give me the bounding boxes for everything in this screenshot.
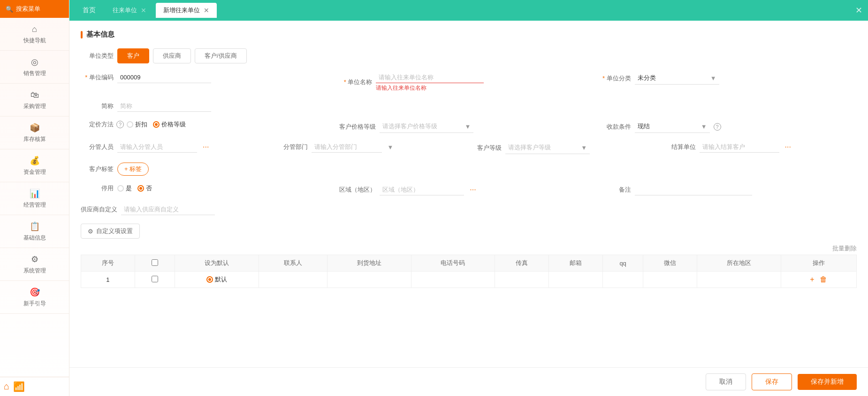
custom-settings-label: 自定义项设置 xyxy=(96,227,133,235)
department-input[interactable] xyxy=(312,141,382,153)
department-arrow: ▼ xyxy=(388,144,394,151)
customer-price-level-placeholder: 请选择客户价格等级 xyxy=(382,122,437,131)
pricing-help-icon[interactable]: ? xyxy=(116,121,124,128)
manager-field: 分管人员 ··· xyxy=(81,141,275,153)
pricing-field: 定价方法 ? 折扣价格等级 xyxy=(81,120,339,129)
unit-type-customer-button[interactable]: 客户 xyxy=(117,48,149,63)
row-default-label: 默认 xyxy=(215,275,227,284)
alias-input[interactable] xyxy=(117,101,211,112)
row-add-button[interactable]: + xyxy=(810,275,814,283)
unit-category-select[interactable]: 未分类 ▼ xyxy=(635,72,719,85)
manager-more-button[interactable]: ··· xyxy=(201,143,211,151)
table-column-header: 邮箱 xyxy=(548,255,602,272)
sidebar-item-basic[interactable]: 📋基础信息 xyxy=(0,215,69,248)
disable-radio-yes[interactable]: 是 xyxy=(117,184,132,193)
add-tag-button[interactable]: + 标签 xyxy=(117,163,149,176)
save-and-new-button[interactable]: 保存并新增 xyxy=(798,374,857,390)
sidebar-item-finance[interactable]: 💰资金管理 xyxy=(0,149,69,182)
sidebar-item-system[interactable]: ⚙系统管理 xyxy=(0,248,69,281)
sidebar-label-purchase: 采购管理 xyxy=(23,102,46,110)
unit-type-buttons: 客户供应商客户/供应商 xyxy=(117,48,247,63)
row-default-radio[interactable]: 默认 xyxy=(180,275,253,284)
settlement-unit-input[interactable] xyxy=(700,141,779,153)
sidebar-label-sales: 销售管理 xyxy=(23,70,46,78)
payment-terms-select[interactable]: 现结 ▼ xyxy=(635,120,710,133)
sidebar-icon-inventory: 📦 xyxy=(29,122,40,133)
disable-radio-label-yes: 是 xyxy=(126,184,132,193)
settlement-unit-field: 结算单位 ··· xyxy=(663,141,857,153)
sidebar-label-finance: 资金管理 xyxy=(23,168,46,176)
main-content: 首页 往来单位✕新增往来单位✕ ✕ 基本信息 单位类型 客户供应商客户/供应商 … xyxy=(69,0,868,396)
sidebar-item-quick-nav[interactable]: ⌂快捷导航 xyxy=(0,18,69,51)
sidebar-icon-guide: 🎯 xyxy=(29,287,40,298)
unit-code-input[interactable] xyxy=(117,72,211,83)
settlement-unit-label: 结算单位 xyxy=(663,143,696,151)
tab-contacts[interactable]: 往来单位✕ xyxy=(105,3,154,18)
sidebar-item-operations[interactable]: 📊经营管理 xyxy=(0,182,69,215)
disable-radio-no[interactable]: 否 xyxy=(137,184,152,193)
region-input[interactable] xyxy=(380,184,464,195)
sidebar-item-guide[interactable]: 🎯新手引导 xyxy=(0,281,69,314)
unit-code-label: 单位编码 xyxy=(81,73,114,82)
chart-icon[interactable]: 📶 xyxy=(13,381,25,392)
sidebar-search[interactable]: 🔍 搜索菜单 xyxy=(0,0,69,18)
section-title-basic-info: 基本信息 xyxy=(81,30,857,39)
disable-radio-group: 是否 xyxy=(117,184,152,193)
remark-input[interactable] xyxy=(635,184,752,195)
sidebar-item-sales[interactable]: ◎销售管理 xyxy=(0,51,69,84)
tab-close-contacts[interactable]: ✕ xyxy=(141,7,146,14)
customer-level-field: 客户等级 请选择客户等级 ▼ xyxy=(469,141,663,154)
save-button[interactable]: 保存 xyxy=(752,373,792,390)
tab-close-new-contact[interactable]: ✕ xyxy=(204,7,209,14)
unit-code-field: 单位编码 xyxy=(81,72,339,83)
search-icon: 🔍 xyxy=(6,6,13,13)
region-field: 区域（地区） ··· xyxy=(339,184,598,195)
row-fax xyxy=(495,272,549,288)
settlement-more-button[interactable]: ··· xyxy=(783,143,793,151)
row-default-cell: 默认 xyxy=(175,272,259,288)
unit-category-field: 单位分类 未分类 ▼ xyxy=(598,72,857,85)
cancel-button[interactable]: 取消 xyxy=(706,373,746,390)
custom-settings-button[interactable]: ⚙ 自定义项设置 xyxy=(81,224,140,239)
unit-type-label: 单位类型 xyxy=(81,52,114,60)
payment-terms-label: 收款条件 xyxy=(598,123,631,131)
home-icon[interactable]: ⌂ xyxy=(4,381,9,392)
radio-circle-discount xyxy=(127,121,133,128)
manager-input[interactable] xyxy=(117,141,197,153)
supplier-custom-input[interactable] xyxy=(121,204,215,215)
tab-new-contact[interactable]: 新增往来单位✕ xyxy=(156,3,217,18)
tab-home[interactable]: 首页 xyxy=(75,3,103,18)
customer-tag-field: 客户标签 + 标签 xyxy=(81,163,857,176)
sidebar-item-purchase[interactable]: 🛍采购管理 xyxy=(0,84,69,116)
unit-type-supplier-button[interactable]: 供应商 xyxy=(153,48,191,63)
select-all-checkbox[interactable] xyxy=(152,259,158,266)
payment-help-icon[interactable]: ? xyxy=(714,123,721,131)
row-delete-button[interactable]: 🗑 xyxy=(820,275,827,283)
pricing-radio-discount[interactable]: 折扣 xyxy=(127,120,147,129)
table-column-header: 序号 xyxy=(81,255,135,272)
sidebar-item-inventory[interactable]: 📦库存核算 xyxy=(0,116,69,149)
row-qq xyxy=(602,272,643,288)
customer-price-level-field: 客户价格等级 请选择客户价格等级 ▼ xyxy=(339,120,598,133)
sidebar-label-basic: 基础信息 xyxy=(23,234,46,242)
sidebar-icon-operations: 📊 xyxy=(29,188,40,199)
unit-name-input[interactable] xyxy=(376,72,484,83)
unit-type-both-button[interactable]: 客户/供应商 xyxy=(195,48,247,63)
sidebar-icon-sales: ◎ xyxy=(29,56,40,68)
row-address xyxy=(327,272,411,288)
customer-level-select[interactable]: 请选择客户等级 ▼ xyxy=(505,141,590,154)
close-all-tabs-button[interactable]: ✕ xyxy=(855,5,862,16)
customer-price-level-select[interactable]: 请选择客户价格等级 ▼ xyxy=(380,120,473,133)
pricing-radio-price-level[interactable]: 价格等级 xyxy=(153,120,186,129)
sidebar-icon-purchase: 🛍 xyxy=(29,89,40,101)
row-actions: + 🗑 xyxy=(781,272,856,288)
tab-label-contacts: 往来单位 xyxy=(113,6,137,15)
unit-category-arrow: ▼ xyxy=(710,75,716,82)
row-checkbox[interactable] xyxy=(152,276,158,282)
row-index: 1 xyxy=(81,272,135,288)
supplier-custom-field: 供应商自定义 xyxy=(81,204,857,215)
supplier-custom-row: 供应商自定义 xyxy=(81,204,857,215)
batch-delete-text[interactable]: 批量删除 xyxy=(81,244,857,253)
alias-field: 简称 xyxy=(81,101,857,112)
region-more-button[interactable]: ··· xyxy=(468,186,478,194)
